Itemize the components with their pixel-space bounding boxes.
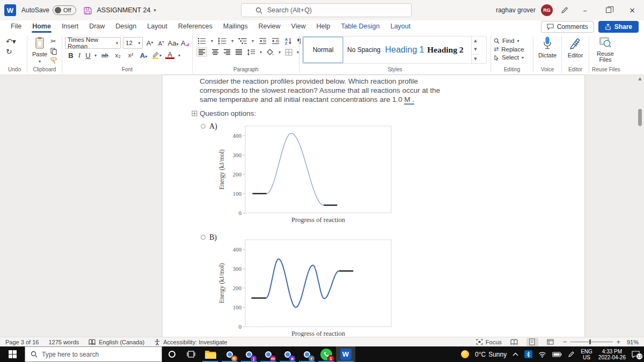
strikethrough-button[interactable]: ab xyxy=(100,52,109,58)
undo-button[interactable]: ↶▾ xyxy=(6,38,23,45)
autosave-control[interactable]: AutoSave Off xyxy=(21,5,76,15)
start-button[interactable] xyxy=(0,346,25,362)
tab-home[interactable]: Home xyxy=(27,21,56,33)
sort-button[interactable]: AZ xyxy=(284,38,292,45)
bullets-button[interactable] xyxy=(197,38,206,45)
web-layout-button[interactable] xyxy=(545,338,557,346)
decrease-indent-button[interactable] xyxy=(259,38,267,45)
scrollbar-thumb[interactable] xyxy=(638,109,642,126)
restore-button[interactable] xyxy=(597,0,620,20)
borders-button[interactable] xyxy=(285,49,292,56)
align-right-button[interactable] xyxy=(223,49,231,55)
tab-references[interactable]: References xyxy=(173,21,218,33)
line-spacing-button[interactable] xyxy=(247,49,255,56)
style-no-spacing[interactable]: No Spacing xyxy=(343,36,384,63)
user-avatar[interactable]: RG xyxy=(541,4,553,16)
battery-icon[interactable] xyxy=(552,352,562,357)
reaction-profile-chart-a[interactable]: 0100200300400Energy (kJ/mol)Progress of … xyxy=(216,123,394,225)
wifi-icon[interactable] xyxy=(538,351,546,358)
accessibility-status[interactable]: Accessibility: Investigate xyxy=(154,339,227,345)
underline-button[interactable]: U xyxy=(85,51,91,60)
zoom-slider-thumb[interactable] xyxy=(589,339,591,344)
print-layout-button[interactable] xyxy=(526,338,538,346)
tab-draw[interactable]: Draw xyxy=(84,21,110,33)
tab-insert[interactable]: Insert xyxy=(56,21,84,33)
bold-button[interactable]: B xyxy=(68,51,74,60)
cut-button[interactable]: ✂ xyxy=(50,38,57,45)
document-page[interactable]: Consider the reaction profiles provided … xyxy=(163,75,584,337)
taskbar-app-file-explorer[interactable] xyxy=(201,346,220,362)
format-painter-button[interactable] xyxy=(50,57,57,64)
taskbar-app-whatsapp[interactable]: 1 xyxy=(317,346,336,362)
change-case-button[interactable]: Aa▾ xyxy=(167,39,178,47)
font-name-combo[interactable]: Times New Roman▾ xyxy=(65,37,121,49)
table-move-handle-icon[interactable] xyxy=(192,110,197,116)
numbering-button[interactable] xyxy=(218,38,226,45)
comments-button[interactable]: Comments xyxy=(541,21,594,33)
multilevel-list-button[interactable] xyxy=(238,38,247,45)
style-heading-1[interactable]: Heading 1 xyxy=(384,36,425,63)
taskbar-app-word[interactable]: W xyxy=(336,346,355,362)
search-box[interactable]: Search (Alt+Q) xyxy=(241,3,412,17)
tab-view[interactable]: View xyxy=(286,21,311,33)
document-title[interactable]: ASSIGNMENT 24▾ xyxy=(97,6,156,14)
align-left-button[interactable] xyxy=(196,47,207,57)
focus-mode-button[interactable]: Focus xyxy=(476,339,502,345)
option-b-radio[interactable] xyxy=(201,235,206,240)
grow-font-button[interactable]: A▲ xyxy=(145,39,154,47)
close-button[interactable]: × xyxy=(620,0,644,20)
pen-tray-icon[interactable] xyxy=(568,351,575,358)
word-count[interactable]: 1275 words xyxy=(48,339,79,345)
weather-widget[interactable]: 0°CSunny xyxy=(475,351,507,358)
tab-review[interactable]: Review xyxy=(253,21,286,33)
shading-button[interactable] xyxy=(266,49,274,56)
tab-mailings[interactable]: Mailings xyxy=(218,21,253,33)
taskbar-app-chrome-r2[interactable]: r xyxy=(297,346,317,362)
shrink-font-button[interactable]: A▾ xyxy=(156,39,165,47)
clear-formatting-button[interactable]: A◢ xyxy=(180,39,189,47)
weather-sun-icon[interactable] xyxy=(461,350,469,358)
autosave-toggle[interactable]: Off xyxy=(53,5,76,15)
tray-expand-icon[interactable] xyxy=(513,352,518,356)
style-normal[interactable]: Normal xyxy=(303,36,343,63)
task-view-button[interactable] xyxy=(181,346,201,362)
bluetooth-icon[interactable] xyxy=(524,350,532,358)
align-center-button[interactable] xyxy=(211,49,219,55)
taskbar-app-chrome-r[interactable]: R xyxy=(220,346,239,362)
taskbar-app-chrome-j[interactable]: j xyxy=(239,346,259,362)
tab-layout-contextual[interactable]: Layout xyxy=(385,21,416,33)
style-heading-2[interactable]: Heading 2 xyxy=(425,36,471,63)
tab-file[interactable]: File xyxy=(5,21,27,33)
pen-mode-icon[interactable] xyxy=(560,6,569,14)
tab-table-design[interactable]: Table Design xyxy=(335,21,385,33)
justify-button[interactable] xyxy=(235,49,243,55)
dictate-button[interactable]: Dictate xyxy=(536,35,559,67)
cortana-button[interactable] xyxy=(162,346,181,362)
redo-button[interactable]: ↻ xyxy=(6,48,23,55)
language-indicator[interactable]: ENGUS xyxy=(581,349,592,360)
reaction-profile-chart-b[interactable]: 0100200300400Energy (kJ/mol)Progress of … xyxy=(216,237,394,339)
page-indicator[interactable]: Page 3 of 16 xyxy=(5,339,39,345)
reuse-files-button[interactable]: ReuseFiles xyxy=(595,35,616,67)
zoom-slider[interactable] xyxy=(570,342,613,342)
superscript-button[interactable]: x² xyxy=(126,52,135,58)
minimize-button[interactable]: – xyxy=(573,0,597,20)
scroll-up-arrow[interactable] xyxy=(638,77,642,81)
styles-gallery-more[interactable]: ▼ xyxy=(472,54,479,63)
text-effects-button[interactable]: A▾ xyxy=(139,51,148,60)
action-center-button[interactable]: 12 xyxy=(632,351,640,358)
read-mode-button[interactable] xyxy=(508,338,520,346)
font-size-combo[interactable]: 12▾ xyxy=(123,37,143,49)
zoom-in-button[interactable]: + xyxy=(616,338,620,346)
save-icon[interactable] xyxy=(84,6,92,14)
increase-indent-button[interactable] xyxy=(272,38,280,45)
italic-button[interactable]: I xyxy=(77,51,82,60)
replace-button[interactable]: ⇄ Replace xyxy=(494,46,530,53)
tab-help[interactable]: Help xyxy=(311,21,335,33)
highlight-button[interactable]: ▾ xyxy=(152,51,162,59)
styles-scroll-up[interactable]: ▲ xyxy=(472,36,479,45)
copy-button[interactable] xyxy=(50,48,57,55)
proofing-status[interactable]: English (Canada) xyxy=(89,339,144,345)
zoom-out-button[interactable]: − xyxy=(563,338,567,346)
tab-layout[interactable]: Layout xyxy=(142,21,173,33)
